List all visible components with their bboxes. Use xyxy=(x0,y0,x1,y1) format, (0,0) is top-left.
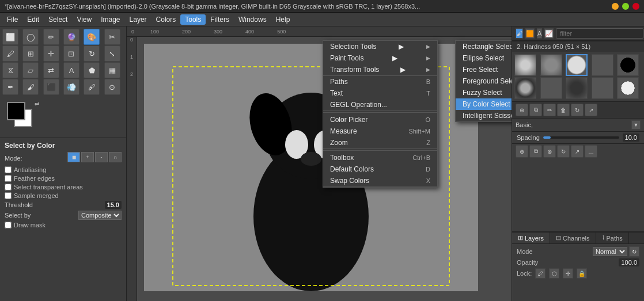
brush-extra-1[interactable]: ⊕ xyxy=(516,145,528,158)
submenu-intelligent-scissors[interactable]: Intelligent Scissors xyxy=(456,110,512,121)
menu-entry-text[interactable]: Text T xyxy=(323,87,437,99)
tool-fuzzy-select[interactable]: 🔮 xyxy=(63,29,79,45)
tab-paths[interactable]: ⌇ Paths xyxy=(596,233,629,243)
submenu-rectangle-select[interactable]: Rectangle Select R xyxy=(456,41,512,52)
tool-align[interactable]: ⊞ xyxy=(22,45,39,62)
brush-tool-delete[interactable]: 🗑 xyxy=(557,104,570,116)
brush-thumb-4[interactable] xyxy=(592,54,613,76)
close-button[interactable] xyxy=(632,3,639,10)
submenu-foreground-select[interactable]: Foreground Select xyxy=(456,75,512,87)
tool-rect-select[interactable]: ⬜ xyxy=(2,29,18,45)
tool-blend[interactable]: ▦ xyxy=(104,62,120,78)
tool-flip[interactable]: ⇄ xyxy=(43,62,59,78)
brush-panel-icon[interactable]: 🖌 xyxy=(516,28,523,39)
menu-entry-paths[interactable]: Paths B xyxy=(323,76,437,87)
menu-entry-measure[interactable]: Measure Shift+M xyxy=(323,125,437,137)
brush-thumb-9[interactable] xyxy=(592,77,613,99)
tool-ellipse-select[interactable]: ◯ xyxy=(22,29,39,45)
tool-ink[interactable]: 🖋 xyxy=(84,79,100,95)
feather-edges-checkbox[interactable] xyxy=(5,175,12,182)
lock-all-icon[interactable]: 🔒 xyxy=(577,268,587,279)
swap-colors-icon[interactable]: ⇄ xyxy=(35,101,39,107)
tool-rotate[interactable]: ↻ xyxy=(84,45,100,62)
brush-thumb-6[interactable] xyxy=(514,77,536,99)
lock-alpha-icon[interactable]: ⬡ xyxy=(549,268,559,279)
mode-intersect[interactable]: ∩ xyxy=(109,152,122,162)
menu-entry-selection-tools[interactable]: Selection Tools ▶ xyxy=(323,41,437,52)
brush-thumb-2[interactable] xyxy=(540,54,562,76)
draw-mask-checkbox[interactable] xyxy=(5,222,12,228)
menu-filters[interactable]: Filters xyxy=(206,14,234,25)
menu-edit[interactable]: Edit xyxy=(22,14,44,25)
menu-entry-gegl[interactable]: GEGL Operation... xyxy=(323,99,437,111)
tool-by-color-select[interactable]: 🎨 xyxy=(84,29,100,45)
maximize-button[interactable] xyxy=(622,3,629,10)
brush-tool-new[interactable]: ⊕ xyxy=(516,104,528,116)
menu-file[interactable]: File xyxy=(2,14,22,25)
menu-entry-transform-tools[interactable]: Transform Tools ▶ xyxy=(323,64,437,75)
mode-select[interactable]: Normal Multiply Screen xyxy=(593,247,627,256)
foreground-color[interactable] xyxy=(7,102,25,120)
tool-perspective[interactable]: ▱ xyxy=(22,62,39,78)
tool-pencil[interactable]: ✒ xyxy=(2,79,18,95)
tool-airbrush[interactable]: 💨 xyxy=(63,79,79,95)
brush-thumb-1[interactable] xyxy=(514,54,536,76)
brush-thumb-8[interactable] xyxy=(566,77,588,99)
menu-entry-swap-colors[interactable]: Swap Colors X xyxy=(323,175,437,186)
tool-text[interactable]: A xyxy=(63,62,79,78)
select-transparent-checkbox[interactable] xyxy=(5,184,12,190)
submenu-fuzzy-select[interactable]: Fuzzy Select U xyxy=(456,87,512,98)
submenu-free-select[interactable]: Free Select F xyxy=(456,64,512,75)
tool-clone[interactable]: ⊙ xyxy=(104,79,120,95)
tool-scale[interactable]: ⤡ xyxy=(104,45,120,62)
select-by-dropdown[interactable]: Composite Red Green Blue xyxy=(78,211,122,220)
menu-entry-paint-tools[interactable]: Paint Tools ▶ xyxy=(323,52,437,64)
brush-thumb-7[interactable] xyxy=(540,77,562,99)
brush-extra-4[interactable]: ↻ xyxy=(557,145,570,158)
lock-position-icon[interactable]: ✛ xyxy=(563,268,573,279)
tool-bucket[interactable]: ⬟ xyxy=(84,62,100,78)
spacing-slider[interactable] xyxy=(543,136,619,139)
menu-image[interactable]: Image xyxy=(96,14,124,25)
brush-extra-5[interactable]: ↗ xyxy=(571,145,584,158)
canvas-area[interactable]: 0 100 200 300 400 500 0 1 2 xyxy=(127,26,512,301)
fonts-panel-icon[interactable]: A xyxy=(537,28,542,39)
menu-select[interactable]: Select xyxy=(44,14,72,25)
mode-add[interactable]: + xyxy=(81,152,94,162)
tool-foreground-select[interactable]: 🖊 xyxy=(2,45,18,62)
brush-tool-export[interactable]: ↗ xyxy=(585,104,597,116)
menu-help[interactable]: Help xyxy=(271,14,295,25)
submenu-ellipse-select[interactable]: Ellipse Select E xyxy=(456,52,512,64)
menu-windows[interactable]: Windows xyxy=(234,14,271,25)
tool-move[interactable]: ✛ xyxy=(43,45,59,62)
antialiasing-checkbox[interactable] xyxy=(5,166,12,173)
menu-entry-zoom[interactable]: Zoom Z xyxy=(323,137,437,148)
menu-view[interactable]: View xyxy=(72,14,96,25)
menu-layer[interactable]: Layer xyxy=(125,14,151,25)
mode-subtract[interactable]: - xyxy=(95,152,108,162)
minimize-button[interactable] xyxy=(612,3,619,10)
mode-refresh-icon[interactable]: ↻ xyxy=(629,246,639,257)
foreground-background-colors[interactable]: ⇄ xyxy=(7,102,38,133)
menu-entry-toolbox[interactable]: Toolbox Ctrl+B xyxy=(323,152,437,163)
dynamics-panel-icon[interactable]: 📈 xyxy=(544,28,554,39)
sample-merged-checkbox[interactable] xyxy=(5,192,12,199)
tool-scissors[interactable]: ✂ xyxy=(104,29,120,45)
brush-tool-duplicate[interactable]: ⧉ xyxy=(529,104,542,116)
mode-replace[interactable]: ◼ xyxy=(67,152,80,162)
menu-tools[interactable]: Tools xyxy=(180,14,206,25)
tool-shear[interactable]: ⧖ xyxy=(2,62,18,78)
brush-thumb-10[interactable] xyxy=(617,77,639,99)
menu-entry-color-picker[interactable]: Color Picker O xyxy=(323,114,437,125)
expand-basic-icon[interactable]: ▼ xyxy=(631,120,641,129)
menu-entry-default-colors[interactable]: Default Colors D xyxy=(323,163,437,175)
brush-thumb-3[interactable] xyxy=(566,54,588,76)
brush-thumb-5[interactable] xyxy=(617,54,639,76)
menu-colors[interactable]: Colors xyxy=(151,14,181,25)
tool-free-select[interactable]: ✏ xyxy=(43,29,59,45)
submenu-by-color-select[interactable]: By Color Select Shift+O xyxy=(456,98,512,110)
brush-tool-edit[interactable]: ✏ xyxy=(543,104,556,116)
patterns-panel-icon[interactable]: 🟧 xyxy=(525,28,535,39)
brush-tool-refresh[interactable]: ↻ xyxy=(571,104,584,116)
lock-pixel-icon[interactable]: 🖊 xyxy=(535,268,545,279)
